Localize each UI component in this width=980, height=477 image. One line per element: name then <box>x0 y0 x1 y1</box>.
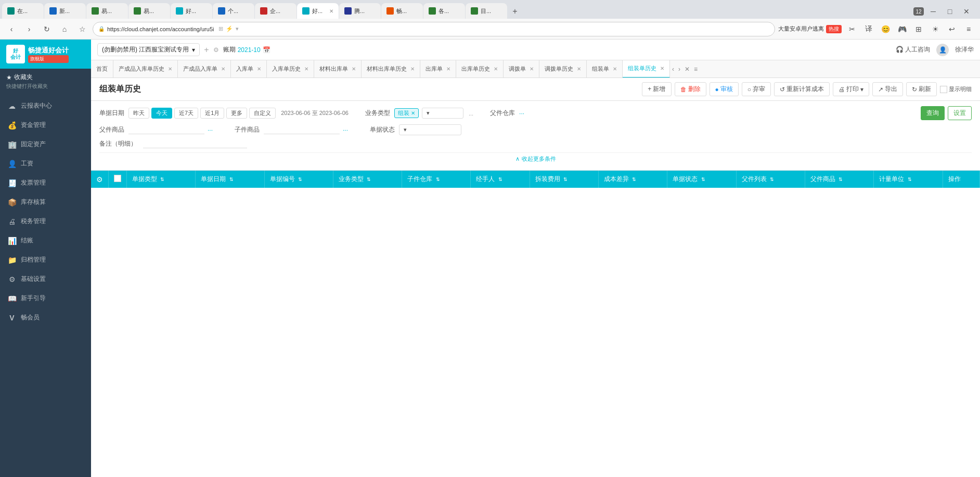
doc-tabs-menu[interactable]: ≡ <box>692 66 700 73</box>
doc-tab-out-history[interactable]: 出库单历史 ✕ <box>456 60 504 78</box>
sort-parent-list-icon[interactable]: ⇅ <box>770 177 774 182</box>
forward-button[interactable]: › <box>22 22 36 36</box>
settings-filter-button[interactable]: 设置 <box>948 106 972 120</box>
maximize-button[interactable]: □ <box>943 4 957 19</box>
parent-goods-input[interactable] <box>128 125 204 134</box>
doc-tabs-nav-next[interactable]: › <box>676 66 682 73</box>
sidebar-item-guide[interactable]: 📖 新手引导 <box>0 289 91 308</box>
bookmark-button[interactable]: ☆ <box>75 22 89 36</box>
close-window-button[interactable]: ✕ <box>959 4 974 19</box>
sidebar-item-archive[interactable]: 📁 归档管理 <box>0 250 91 269</box>
refresh-button[interactable]: ↻ 刷新 <box>906 82 937 96</box>
browser-tab-9[interactable]: 腾... <box>339 3 381 19</box>
date-btn-1month[interactable]: 近1月 <box>200 108 224 119</box>
column-settings-icon[interactable]: ⚙ <box>96 175 103 184</box>
display-toggle[interactable]: 显示明细 <box>940 85 972 93</box>
calendar-icon[interactable]: 📅 <box>263 46 270 54</box>
browser-tab-2[interactable]: 新... <box>44 3 86 19</box>
address-bar[interactable]: 🔒 https://cloud.chanjet.com/accounting/u… <box>93 22 775 36</box>
doc-tab-in[interactable]: 入库单 ✕ <box>231 60 267 78</box>
sidebar-item-invoice[interactable]: 🧾 发票管理 <box>0 173 91 192</box>
doc-tab-in-close[interactable]: ✕ <box>257 66 261 72</box>
doc-tabs-close-all[interactable]: ✕ <box>682 66 692 73</box>
doc-tab-out-close[interactable]: ✕ <box>446 66 450 72</box>
sort-warehouse-icon[interactable]: ⇅ <box>436 177 440 182</box>
translate-icon[interactable]: 译 <box>861 22 876 36</box>
parent-goods-more[interactable]: ··· <box>208 126 213 134</box>
recalculate-button[interactable]: ↺ 重新计算成本 <box>774 82 830 96</box>
cut-icon[interactable]: ✂ <box>845 22 859 36</box>
sidebar-item-payroll[interactable]: 👤 工资 <box>0 154 91 173</box>
date-btn-7days[interactable]: 近7天 <box>174 108 198 119</box>
refresh-browser-button[interactable]: ↻ <box>40 22 54 36</box>
doc-tab-transfer-history-close[interactable]: ✕ <box>577 66 581 72</box>
date-btn-more[interactable]: 更多 <box>226 108 247 119</box>
parent-warehouse-more[interactable]: ··· <box>519 110 524 117</box>
browser-tab-12[interactable]: 目... <box>466 3 507 19</box>
doc-tab-transfer-close[interactable]: ✕ <box>530 66 534 72</box>
date-btn-custom[interactable]: 自定义 <box>249 108 276 119</box>
doc-tab-product-in-history[interactable]: 产成品入库单历史 ✕ <box>113 60 178 78</box>
review-button[interactable]: ● 审核 <box>710 82 739 96</box>
service-label[interactable]: 🎧 人工咨询 <box>896 45 930 54</box>
delete-button[interactable]: 🗑 删除 <box>675 82 706 96</box>
sidebar-item-fund-management[interactable]: 💰 资金管理 <box>0 115 91 135</box>
doc-tab-out[interactable]: 出库单 ✕ <box>420 60 456 78</box>
sidebar-item-settings[interactable]: ⚙ 基础设置 <box>0 269 91 289</box>
biz-type-select[interactable]: ▾ <box>422 108 463 119</box>
doc-tab-in-history-close[interactable]: ✕ <box>304 66 308 72</box>
new-tab-button[interactable]: + <box>508 4 522 19</box>
add-company-button[interactable]: + <box>204 45 209 55</box>
table-settings-header[interactable]: ⚙ <box>91 171 109 188</box>
sort-fee-icon[interactable]: ⇅ <box>563 177 568 182</box>
doc-tab-home[interactable]: 首页 <box>91 60 113 78</box>
grid-icon[interactable]: ⊞ <box>911 22 926 36</box>
emoji-icon[interactable]: 😊 <box>878 22 893 36</box>
gamepad-icon[interactable]: 🎮 <box>895 22 909 36</box>
doc-tab-material-out-history[interactable]: 材料出库单历史 ✕ <box>362 60 420 78</box>
doc-tab-product-in-history-close[interactable]: ✕ <box>168 66 172 72</box>
browser-tab-5[interactable]: 好... <box>171 3 212 19</box>
doc-tab-out-history-close[interactable]: ✕ <box>494 66 498 72</box>
export-button[interactable]: ↗ 导出 <box>872 82 903 96</box>
child-goods-more[interactable]: ··· <box>343 126 348 134</box>
home-button[interactable]: ⌂ <box>57 22 72 36</box>
company-selector[interactable]: (勿删勿禁用) 江西服宝测试专用 ▾ <box>97 43 200 56</box>
browser-tab-8[interactable]: 好... ✕ <box>297 3 339 19</box>
date-btn-yesterday[interactable]: 昨天 <box>128 108 149 119</box>
sidebar-favorites[interactable]: ★ 收藏夹 快捷键打开收藏夹 <box>0 69 91 94</box>
browser-tab-1[interactable]: 在... <box>2 3 44 19</box>
doc-tab-assembly-history[interactable]: 组装单历史 ✕ <box>623 60 670 78</box>
new-button[interactable]: + 新增 <box>642 82 671 96</box>
browser-tab-11[interactable]: 各... <box>423 3 465 19</box>
date-btn-today[interactable]: 今天 <box>151 108 172 119</box>
doc-tab-material-out-close[interactable]: ✕ <box>352 66 356 72</box>
sort-type-icon[interactable]: ⇅ <box>160 177 164 182</box>
sidebar-item-checkout[interactable]: 📊 结账 <box>0 231 91 250</box>
doc-tab-assembly-history-close[interactable]: ✕ <box>660 66 664 71</box>
print-button[interactable]: 🖨 打印 ▾ <box>833 82 869 96</box>
select-all-checkbox[interactable] <box>114 175 121 182</box>
sort-status-icon[interactable]: ⇅ <box>701 177 705 182</box>
sidebar-item-inventory[interactable]: 📦 库存核算 <box>0 192 91 212</box>
browser-tab-4[interactable]: 易... <box>128 3 170 19</box>
menu-icon[interactable]: ≡ <box>961 22 976 36</box>
browser-tab-7[interactable]: 企... <box>255 3 296 19</box>
query-button[interactable]: 查询 <box>921 106 945 120</box>
child-goods-input[interactable] <box>264 125 340 134</box>
remark-input[interactable] <box>143 139 247 148</box>
undo-icon[interactable]: ↩ <box>945 22 959 36</box>
abandon-button[interactable]: ○ 弃审 <box>742 82 771 96</box>
doc-tab-material-out-history-close[interactable]: ✕ <box>410 66 415 72</box>
table-checkbox-header[interactable] <box>109 171 127 188</box>
brightness-icon[interactable]: ☀ <box>928 22 943 36</box>
doc-tab-product-in[interactable]: 产成品入库单 ✕ <box>178 60 231 78</box>
sort-biz-icon[interactable]: ⇅ <box>367 177 371 182</box>
sort-handler-icon[interactable]: ⇅ <box>498 177 502 182</box>
doc-tab-assembly[interactable]: 组装单 ✕ <box>587 60 623 78</box>
browser-tab-6[interactable]: 个... <box>213 3 254 19</box>
sort-unit-icon[interactable]: ⇅ <box>908 177 912 182</box>
back-button[interactable]: ‹ <box>4 22 19 36</box>
sort-cost-icon[interactable]: ⇅ <box>632 177 636 182</box>
doc-tab-transfer-history[interactable]: 调拨单历史 ✕ <box>539 60 587 78</box>
